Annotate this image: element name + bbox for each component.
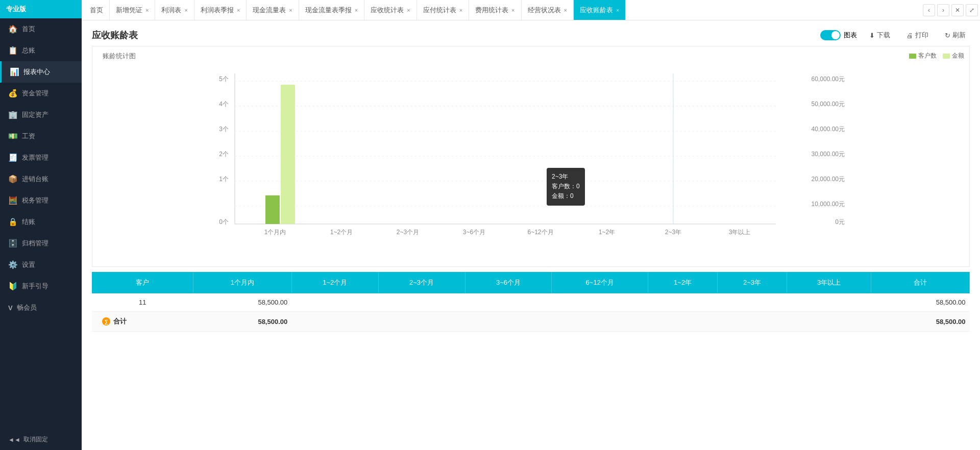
td-above-3y — [787, 293, 871, 312]
tab-new-voucher-close[interactable]: × — [145, 7, 149, 13]
tab-new-voucher-label: 新增凭证 — [116, 6, 142, 15]
svg-text:50,000.00元: 50,000.00元 — [812, 101, 845, 108]
vip-icon: V — [8, 304, 13, 312]
sidebar-label-archive-management: 归档管理 — [22, 239, 48, 248]
print-button[interactable]: 🖨 打印 — [902, 29, 933, 42]
td-total-m1-2 — [291, 312, 378, 332]
toggle-knob[interactable] — [820, 30, 841, 40]
sidebar-item-general-ledger[interactable]: 📋 总账 — [0, 40, 82, 61]
tab-expense-stats[interactable]: 费用统计表 × — [469, 0, 521, 20]
tab-ar-aging-close[interactable]: × — [616, 7, 619, 13]
sidebar-label-fixed-assets: 固定资产 — [22, 110, 48, 119]
ledger-icon: 📋 — [8, 46, 18, 55]
tab-operation-status-close[interactable]: × — [564, 7, 567, 13]
svg-text:3个: 3个 — [219, 126, 229, 133]
sidebar-item-fund-management[interactable]: 💰 资金管理 — [0, 83, 82, 104]
sidebar-item-closing[interactable]: 🔒 结账 — [0, 211, 82, 233]
tab-expense-stats-close[interactable]: × — [511, 7, 514, 13]
report-icon: 📊 — [10, 67, 19, 77]
svg-text:3~6个月: 3~6个月 — [463, 229, 485, 236]
total-label-text: 合计 — [113, 317, 127, 326]
archive-icon: 🗄️ — [8, 239, 18, 248]
tab-expense-stats-label: 费用统计表 — [475, 6, 508, 15]
sidebar-item-settings[interactable]: ⚙️ 设置 — [0, 254, 82, 276]
settings-icon: ⚙️ — [8, 260, 18, 269]
toggle-label: 图表 — [844, 31, 857, 40]
tab-close-button[interactable]: ✕ — [951, 4, 964, 16]
tab-cashflow-close[interactable]: × — [289, 7, 292, 13]
tab-profit-quarterly[interactable]: 利润表季报 × — [194, 0, 247, 20]
svg-text:20,000.00元: 20,000.00元 — [812, 176, 845, 183]
sidebar-item-vip[interactable]: V 畅会员 — [0, 297, 82, 318]
svg-text:60,000.00元: 60,000.00元 — [812, 76, 845, 83]
sidebar-item-home[interactable]: 🏠 首页 — [0, 18, 82, 40]
sidebar-item-report-center[interactable]: 📊 报表中心 — [0, 61, 82, 83]
sidebar-item-archive-management[interactable]: 🗄️ 归档管理 — [0, 233, 82, 254]
tab-cashflow-quarterly[interactable]: 现金流量表季报 × — [299, 0, 364, 20]
th-m6-12: 6~12个月 — [552, 272, 648, 293]
chart-toggle[interactable]: 图表 — [820, 30, 857, 40]
sidebar-item-payroll[interactable]: 💵 工资 — [0, 126, 82, 147]
download-label: 下载 — [877, 31, 890, 40]
tab-expand-button[interactable]: ⤢ — [966, 4, 978, 16]
payroll-icon: 💵 — [8, 132, 18, 141]
sidebar-item-invoice-management[interactable]: 🧾 发票管理 — [0, 147, 82, 168]
tab-profit-quarterly-close[interactable]: × — [237, 7, 240, 13]
svg-text:1个: 1个 — [219, 176, 229, 183]
legend-amount-label: 金额 — [952, 52, 964, 60]
sidebar-label-tax-management: 税务管理 — [22, 196, 48, 205]
tab-receivable-stats[interactable]: 应收统计表 × — [364, 0, 416, 20]
table-header-row: 客户 1个月内 1~2个月 2~3个月 3~6个月 6~12个月 1~2年 2~… — [92, 272, 970, 293]
print-icon: 🖨 — [906, 32, 913, 39]
sidebar-label-home: 首页 — [22, 24, 35, 34]
table-container: 客户 1个月内 1~2个月 2~3个月 3~6个月 6~12个月 1~2年 2~… — [92, 272, 970, 332]
tab-payable-stats-close[interactable]: × — [459, 7, 462, 13]
tab-ar-aging[interactable]: 应收账龄表 × — [574, 0, 626, 20]
svg-text:1~2年: 1~2年 — [599, 229, 615, 236]
guide-icon: 🔰 — [8, 282, 18, 291]
sidebar-item-purchase-sales[interactable]: 📦 进销台账 — [0, 168, 82, 190]
th-y1-2: 1~2年 — [648, 272, 718, 293]
bar-customer-1m[interactable] — [265, 195, 280, 224]
content-area: 应收账龄表 图表 ⬇ 下载 🖨 打印 ↻ 刷新 — [82, 20, 980, 450]
chart-title: 账龄统计图 — [103, 52, 959, 61]
svg-text:1~2个月: 1~2个月 — [330, 229, 353, 236]
refresh-icon: ↻ — [945, 32, 950, 39]
tab-cashflow-quarterly-close[interactable]: × — [355, 7, 358, 13]
tab-receivable-stats-label: 应收统计表 — [371, 6, 404, 15]
svg-text:0元: 0元 — [835, 218, 845, 226]
tab-profit-close[interactable]: × — [184, 7, 187, 13]
unpin-sidebar-button[interactable]: ◄◄ 取消固定 — [0, 429, 82, 450]
tab-new-voucher[interactable]: 新增凭证 × — [110, 0, 155, 20]
tab-next-button[interactable]: › — [937, 4, 949, 16]
total-icon: ∑ — [102, 317, 110, 326]
tab-payable-stats[interactable]: 应付统计表 × — [417, 0, 469, 20]
download-button[interactable]: ⬇ 下载 — [865, 29, 894, 42]
tab-home-label: 首页 — [90, 6, 103, 15]
app-logo: 专业版 — [0, 0, 82, 18]
sidebar-item-new-guide[interactable]: 🔰 新手引导 — [0, 276, 82, 297]
legend-customer: 客户数 — [909, 52, 937, 60]
tab-home[interactable]: 首页 — [84, 0, 110, 20]
td-customer: 11 — [92, 293, 193, 312]
sidebar-item-tax-management[interactable]: 🧮 税务管理 — [0, 190, 82, 211]
tab-bar: 首页 新增凭证 × 利润表 × 利润表季报 × 现金流量表 × 现金流量表季报 … — [82, 0, 980, 20]
td-total-m6-12 — [552, 312, 648, 332]
th-m1-2: 1~2个月 — [291, 272, 378, 293]
unpin-icon: ◄◄ — [8, 436, 20, 443]
legend-customer-label: 客户数 — [918, 52, 937, 60]
svg-text:40,000.00元: 40,000.00元 — [812, 126, 845, 133]
tab-prev-button[interactable]: ‹ — [923, 4, 935, 16]
sidebar-label-payroll: 工资 — [22, 132, 35, 141]
tab-profit[interactable]: 利润表 × — [155, 0, 194, 20]
td-y1-2 — [648, 293, 718, 312]
sidebar-item-fixed-assets[interactable]: 🏢 固定资产 — [0, 104, 82, 126]
svg-text:10,000.00元: 10,000.00元 — [812, 201, 845, 208]
bar-amount-1m[interactable] — [281, 85, 295, 224]
tab-cashflow[interactable]: 现金流量表 × — [247, 0, 299, 20]
tab-operation-status[interactable]: 经营状况表 × — [522, 0, 574, 20]
tab-receivable-stats-close[interactable]: × — [407, 7, 410, 13]
refresh-button[interactable]: ↻ 刷新 — [941, 29, 970, 42]
td-total-y1-2 — [648, 312, 718, 332]
svg-text:2个: 2个 — [219, 151, 229, 158]
